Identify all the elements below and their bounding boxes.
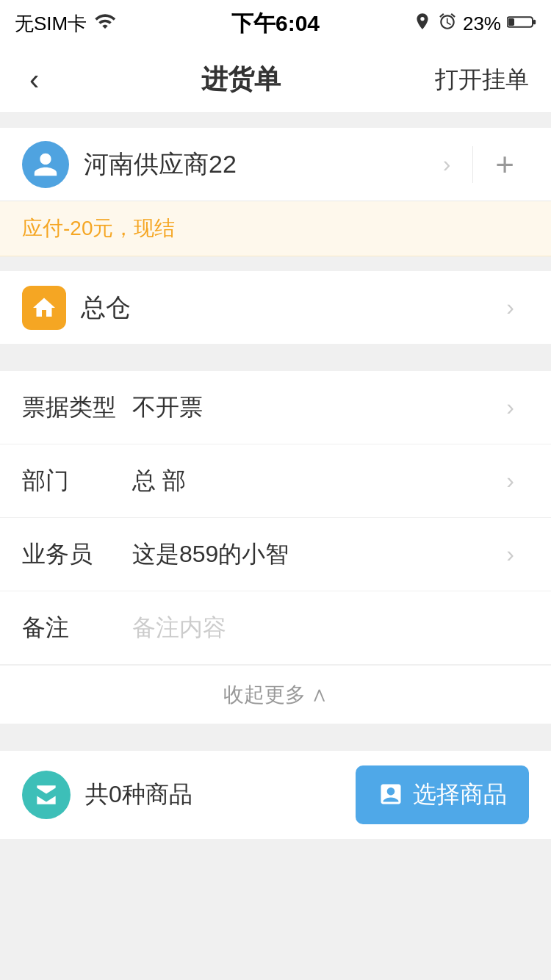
select-product-icon	[378, 781, 404, 810]
form-section: 票据类型 不开票 › 部门 总 部 › 业务员 这是859的小智 › 备注 备注…	[0, 371, 551, 724]
supplier-section: 河南供应商22 › +	[0, 128, 551, 201]
select-product-label: 选择商品	[413, 779, 507, 811]
department-chevron-icon: ›	[506, 467, 514, 494]
gray-area	[0, 839, 551, 980]
product-bar: 共0种商品 选择商品	[0, 750, 551, 839]
notice-text: 应付-20元，现结	[22, 217, 175, 239]
product-count: 共0种商品	[85, 779, 356, 811]
supplier-chevron-icon: ›	[443, 151, 451, 178]
collapse-button[interactable]: 收起更多 ∧	[0, 665, 551, 724]
remark-label: 备注	[22, 612, 132, 644]
carrier-label: 无SIM卡	[15, 11, 87, 37]
add-supplier-button[interactable]: +	[480, 146, 529, 183]
wifi-icon	[94, 10, 116, 37]
salesman-value: 这是859的小智	[132, 538, 506, 571]
svg-rect-2	[508, 18, 514, 26]
collapse-label: 收起更多 ∧	[223, 681, 328, 709]
battery-label: 23%	[463, 12, 501, 35]
invoice-row[interactable]: 票据类型 不开票 ›	[0, 371, 551, 444]
remark-row[interactable]: 备注 备注内容	[0, 591, 551, 665]
status-bar: 无SIM卡 下午6:04 23%	[0, 0, 551, 47]
select-product-button[interactable]: 选择商品	[356, 765, 529, 824]
svg-rect-1	[533, 19, 536, 24]
section-gap-1	[0, 113, 551, 128]
section-gap-2	[0, 256, 551, 271]
alarm-icon	[438, 12, 457, 36]
warehouse-chevron-icon: ›	[506, 294, 514, 321]
back-button[interactable]: ‹	[22, 56, 46, 104]
nav-bar: ‹ 进货单 打开挂单	[0, 47, 551, 113]
salesman-row[interactable]: 业务员 这是859的小智 ›	[0, 518, 551, 591]
department-value: 总 部	[132, 465, 506, 497]
invoice-value: 不开票	[132, 392, 506, 424]
battery-icon	[507, 12, 536, 35]
open-pending-button[interactable]: 打开挂单	[435, 64, 529, 96]
page-title: 进货单	[201, 62, 281, 98]
notice-bar: 应付-20元，现结	[0, 201, 551, 256]
supplier-avatar	[22, 141, 69, 188]
department-row[interactable]: 部门 总 部 ›	[0, 444, 551, 518]
status-right: 23%	[413, 12, 536, 36]
warehouse-name: 总仓	[81, 291, 506, 325]
invoice-chevron-icon: ›	[506, 394, 514, 421]
supplier-name[interactable]: 河南供应商22	[84, 148, 443, 181]
warehouse-icon	[22, 286, 66, 330]
salesman-chevron-icon: ›	[506, 541, 514, 568]
section-gap-4	[0, 724, 551, 738]
department-label: 部门	[22, 465, 132, 497]
location-icon	[413, 12, 432, 36]
supplier-divider	[472, 146, 473, 183]
status-time: 下午6:04	[231, 9, 320, 39]
warehouse-section[interactable]: 总仓 ›	[0, 271, 551, 345]
product-icon	[22, 771, 71, 819]
section-gap-3	[0, 345, 551, 359]
remark-input[interactable]: 备注内容	[132, 612, 529, 644]
status-left: 无SIM卡	[15, 10, 116, 37]
salesman-label: 业务员	[22, 538, 132, 571]
invoice-label: 票据类型	[22, 392, 132, 424]
